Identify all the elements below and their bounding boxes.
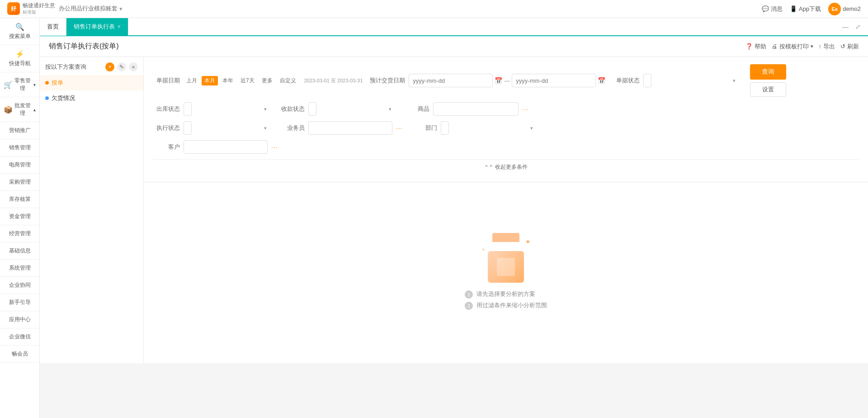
sidebar-item-retail[interactable]: 🛒 零售管理 ▾: [0, 72, 39, 97]
sidebar-item-operations[interactable]: 经营管理: [0, 225, 39, 242]
empty-step-2: 2 用过滤条件来缩小分析范围: [465, 301, 547, 310]
tab-home[interactable]: 首页: [40, 18, 66, 36]
maximize-btn[interactable]: ⤢: [854, 22, 863, 31]
step-num-2: 2: [465, 302, 473, 310]
order-status-select[interactable]: [643, 74, 651, 87]
query-buttons: 查询 设置: [750, 64, 786, 97]
filter-row-2: 出库状态 收款状态: [153, 102, 859, 116]
sidebar-item-label: 批发管理: [14, 102, 31, 117]
sidebar-item-inventory[interactable]: 库存核算: [0, 191, 39, 208]
search-menu-icon: 🔍: [15, 23, 24, 31]
sidebar-item-sales[interactable]: 销售管理: [0, 139, 39, 157]
query-btn[interactable]: 查询: [750, 64, 786, 80]
page-content: 销售订单执行表(按单) ❓ 帮助 🖨 按模板打印 ▾ ↑ 导出: [40, 36, 868, 418]
breadcrumb-area: 办公用品行业模拟账套 ▾: [59, 5, 123, 13]
date-btn-last-month[interactable]: 上月: [184, 76, 200, 86]
date-btn-custom[interactable]: 自定义: [277, 76, 299, 86]
sidebar-item-basic-info[interactable]: 基础信息: [0, 242, 39, 260]
sidebar-item-marketing[interactable]: 营销推广: [0, 122, 39, 139]
scheme-item-debt[interactable]: 欠货情况: [40, 90, 143, 106]
order-date-field: 单据日期 上月 本月 本年 近7天 更多 自定义 2023-03-01 至 20…: [153, 76, 363, 86]
sparkle-small-icon: ✦: [481, 247, 486, 253]
sidebar-item-label: 库存核算: [9, 195, 31, 203]
message-icon: 💬: [762, 5, 769, 12]
calendar-end-icon[interactable]: 📅: [598, 77, 605, 84]
chevron-up-icon: ▴: [33, 107, 36, 112]
sidebar-item-label: 营销推广: [9, 127, 31, 134]
delivery-status-field: 出库状态: [153, 102, 270, 116]
sidebar-item-label: 快捷导航: [9, 60, 31, 67]
payment-status-select-wrapper: [308, 102, 395, 116]
quick-nav-icon: ⚡: [15, 50, 24, 58]
minimize-btn[interactable]: —: [841, 22, 850, 31]
salesperson-input[interactable]: [308, 121, 392, 135]
sidebar-item-label: 新手引导: [9, 299, 31, 306]
date-btn-this-month[interactable]: 本月: [202, 76, 218, 86]
box-face: [497, 258, 515, 276]
step-2-text: 用过滤条件来缩小分析范围: [476, 301, 547, 309]
sidebar-item-search-menu[interactable]: 🔍 搜索菜单: [0, 18, 39, 45]
sidebar-item-guide[interactable]: 新手引导: [0, 294, 39, 311]
department-select[interactable]: [441, 121, 449, 135]
top-bar-left: 好 畅捷通好生意 标准版 办公用品行业模拟账套 ▾: [7, 2, 123, 15]
settings-btn[interactable]: 设置: [750, 82, 786, 97]
sidebar-item-member[interactable]: 畅会员: [0, 346, 39, 363]
expected-date-start[interactable]: [409, 74, 493, 87]
page-header-actions: ❓ 帮助 🖨 按模板打印 ▾ ↑ 导出 ↺ 刷新: [745, 43, 859, 51]
salesperson-more-icon[interactable]: ···: [396, 124, 403, 132]
sidebar-item-label: 资金管理: [9, 213, 31, 220]
execution-status-select[interactable]: [184, 121, 192, 135]
execution-status-label: 执行状态: [153, 124, 180, 132]
tab-home-label: 首页: [47, 23, 59, 31]
sidebar-item-wechat[interactable]: 企业微信: [0, 328, 39, 346]
template-print-label: 按模板打印: [779, 43, 809, 51]
goods-input[interactable]: [433, 102, 519, 116]
sidebar-item-purchase[interactable]: 采购管理: [0, 174, 39, 191]
collapse-icon: ⌃⌃: [484, 164, 493, 171]
add-scheme-btn[interactable]: +: [105, 62, 114, 71]
collapse-panel-btn[interactable]: «: [129, 62, 138, 71]
template-print-btn[interactable]: 🖨 按模板打印 ▾: [772, 43, 813, 51]
avatar-initials: Ea: [832, 6, 838, 12]
app-download-btn[interactable]: 📱 App下载: [790, 5, 821, 13]
date-btn-this-year[interactable]: 本年: [220, 76, 236, 86]
sidebar-item-quick-nav[interactable]: ⚡ 快捷导航: [0, 45, 39, 72]
tab-sales-order[interactable]: 销售订单执行表 ×: [66, 18, 128, 36]
delivery-status-select[interactable]: [184, 102, 192, 116]
goods-more-icon[interactable]: ···: [522, 105, 529, 113]
edit-scheme-btn[interactable]: ✎: [117, 62, 126, 71]
scheme-item-label: 按单: [52, 79, 63, 87]
payment-status-select[interactable]: [308, 102, 316, 116]
message-btn[interactable]: 💬 消息: [762, 5, 783, 13]
export-btn[interactable]: ↑ 导出: [819, 43, 835, 51]
customer-more-icon[interactable]: ···: [271, 143, 278, 151]
tab-close-icon[interactable]: ×: [118, 24, 121, 30]
sidebar-item-finance[interactable]: 资金管理: [0, 208, 39, 225]
sidebar-item-enterprise[interactable]: 企业协同: [0, 277, 39, 294]
user-area[interactable]: Ea demo2: [828, 3, 861, 15]
order-status-field: 单据状态: [613, 74, 739, 87]
collapse-btn[interactable]: ⌃⌃ 收起更多条件: [484, 163, 528, 171]
sidebar-item-wholesale[interactable]: 📦 批发管理 ▴: [0, 97, 39, 122]
calendar-start-icon[interactable]: 📅: [495, 77, 502, 84]
execution-status-field: 执行状态: [153, 121, 270, 135]
sidebar-item-app-center[interactable]: 应用中心: [0, 311, 39, 328]
export-icon: ↑: [819, 43, 822, 50]
customer-input[interactable]: [184, 140, 268, 154]
filter-row-3: 执行状态 业务员 ···: [153, 121, 859, 135]
export-label: 导出: [823, 43, 835, 51]
date-btn-more[interactable]: 更多: [259, 76, 275, 86]
date-range-display: 2023-03-01 至 2023-03-31: [304, 77, 363, 84]
expected-date-field: 预计交货日期 📅 — 📅: [370, 74, 605, 87]
box-lid: [492, 233, 519, 242]
scheme-item-by-order[interactable]: 按单: [40, 75, 143, 90]
sidebar-item-system[interactable]: 系统管理: [0, 260, 39, 277]
date-btn-last-7days[interactable]: 近7天: [238, 76, 257, 86]
sidebar-item-ecommerce[interactable]: 电商管理: [0, 157, 39, 174]
department-select-wrapper: [441, 121, 537, 135]
help-btn[interactable]: ❓ 帮助: [745, 43, 766, 51]
refresh-btn[interactable]: ↺ 刷新: [840, 43, 859, 51]
execution-status-select-wrapper: [184, 121, 270, 135]
sidebar-item-label: 经营管理: [9, 230, 31, 238]
expected-date-end[interactable]: [512, 74, 596, 87]
